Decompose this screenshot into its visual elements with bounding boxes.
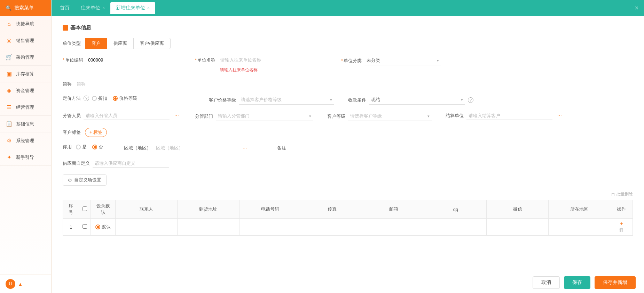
unit-type-both[interactable]: 客户/供应离 bbox=[133, 38, 171, 49]
guide-icon: ✦ bbox=[6, 154, 13, 161]
system-icon: ⚙ bbox=[6, 137, 13, 144]
finance-icon: ◈ bbox=[6, 87, 13, 94]
sidebar-item-quick-nav[interactable]: ⌂ 快捷导航 bbox=[0, 16, 51, 32]
supplier-custom-input[interactable] bbox=[93, 159, 169, 168]
sidebar-item-system[interactable]: ⚙ 系统管理 bbox=[0, 132, 51, 149]
sidebar-item-guide[interactable]: ✦ 新手引导 bbox=[0, 149, 51, 166]
tab-new-partner[interactable]: 新增往来单位 × bbox=[110, 2, 155, 14]
sidebar-item-sales[interactable]: ◎ 销售管理 bbox=[0, 32, 51, 49]
unit-code-input[interactable] bbox=[86, 56, 149, 64]
disabled-no-option[interactable]: 否 bbox=[92, 144, 103, 150]
payment-terms-value: 现结 bbox=[371, 97, 460, 103]
settlement-more-button[interactable]: ··· bbox=[555, 112, 564, 120]
tab-partners-close[interactable]: × bbox=[102, 6, 105, 10]
manager-more-button[interactable]: ··· bbox=[172, 112, 181, 120]
row-address[interactable] bbox=[178, 219, 239, 236]
chevron-down-icon2: ▾ bbox=[330, 98, 332, 102]
region-input[interactable] bbox=[154, 144, 238, 152]
email-input[interactable] bbox=[367, 225, 421, 230]
region-row-input[interactable] bbox=[552, 225, 607, 230]
customer-level-select[interactable]: 请选择客户等级 ▾ bbox=[348, 112, 432, 121]
sidebar-bottom: U ▲ bbox=[0, 275, 51, 293]
region-more-button[interactable]: ··· bbox=[241, 144, 249, 152]
row-checkbox[interactable] bbox=[79, 219, 91, 236]
select-all-checkbox[interactable] bbox=[83, 206, 87, 211]
home-icon: ⌂ bbox=[6, 21, 13, 27]
add-tag-button[interactable]: + 标签 bbox=[85, 128, 107, 137]
disabled-yes-option[interactable]: 是 bbox=[76, 144, 87, 150]
unit-type-supplier[interactable]: 供应离 bbox=[107, 38, 133, 49]
row-qq[interactable] bbox=[425, 219, 487, 236]
save-new-button[interactable]: 保存并新增 bbox=[595, 276, 636, 289]
short-name-row: 简称 bbox=[63, 80, 633, 88]
wechat-input[interactable] bbox=[490, 225, 545, 230]
short-name-label: 简称 bbox=[63, 81, 72, 87]
tab-partners[interactable]: 往来单位 × bbox=[75, 2, 110, 14]
payment-help-icon[interactable]: ? bbox=[468, 97, 473, 103]
row-email[interactable] bbox=[363, 219, 425, 236]
customer-level-placeholder: 请选择客户等级 bbox=[350, 113, 426, 119]
unit-name-input[interactable] bbox=[218, 56, 320, 64]
no-radio[interactable] bbox=[92, 145, 97, 149]
content-area: 基本信息 单位类型 客户 供应离 客户/供应离 *单位编码 bbox=[52, 16, 644, 272]
chevron-down-icon3: ▾ bbox=[461, 98, 463, 102]
discount-radio[interactable] bbox=[92, 96, 97, 101]
default-radio[interactable] bbox=[95, 225, 100, 229]
sidebar-item-purchase[interactable]: 🛒 采购管理 bbox=[0, 49, 51, 66]
batch-delete-button[interactable]: ◻ 批量删除 bbox=[611, 191, 633, 197]
row-contact[interactable] bbox=[116, 219, 178, 236]
row-region[interactable] bbox=[548, 219, 610, 236]
short-name-input[interactable] bbox=[74, 80, 151, 88]
window-close-button[interactable]: × bbox=[632, 3, 641, 13]
search-icon: 🔍 bbox=[6, 5, 11, 11]
tab-new-partner-close[interactable]: × bbox=[147, 6, 150, 10]
remarks-input[interactable] bbox=[289, 144, 633, 152]
pricing-help-icon[interactable]: ? bbox=[84, 96, 89, 101]
sidebar-item-inventory[interactable]: ▣ 库存核算 bbox=[0, 66, 51, 82]
custom-settings-area: ⚙ 自定义项设置 bbox=[63, 174, 633, 186]
price-level-radio[interactable] bbox=[113, 96, 118, 101]
table-actions: ◻ 批量删除 bbox=[63, 191, 633, 197]
address-input[interactable] bbox=[181, 225, 236, 230]
pricing-discount-option[interactable]: 折扣 bbox=[92, 95, 107, 101]
row-wechat[interactable] bbox=[487, 219, 549, 236]
col-phone: 电话号码 bbox=[239, 200, 301, 219]
unit-info-row: *单位编码 *单位名称 请输入往来单位名称 bbox=[63, 56, 633, 73]
yes-radio[interactable] bbox=[76, 145, 81, 149]
row-delete-button[interactable]: 🗑 bbox=[617, 227, 626, 233]
unit-type-customer[interactable]: 客户 bbox=[85, 38, 107, 49]
contact-input[interactable] bbox=[119, 225, 174, 230]
customer-tag-label: 客户标签 bbox=[63, 129, 81, 136]
sidebar-item-label: 销售管理 bbox=[16, 38, 34, 44]
qq-input[interactable] bbox=[429, 225, 483, 230]
sidebar-item-finance[interactable]: ◈ 资金管理 bbox=[0, 82, 51, 99]
payment-terms-select[interactable]: 现结 ▾ bbox=[369, 95, 465, 105]
col-checkbox[interactable] bbox=[79, 200, 91, 219]
sidebar-item-operations[interactable]: ☰ 经营管理 bbox=[0, 99, 51, 116]
col-region: 所在地区 bbox=[548, 200, 610, 219]
customer-price-select[interactable]: 请选择客户价格等级 ▾ bbox=[239, 95, 334, 105]
row-fax[interactable] bbox=[301, 219, 363, 236]
phone-input[interactable] bbox=[243, 225, 298, 230]
cancel-button[interactable]: 取消 bbox=[533, 276, 560, 289]
unit-name-error: 请输入往来单位名称 bbox=[220, 67, 258, 72]
row-phone[interactable] bbox=[239, 219, 301, 236]
custom-settings-button[interactable]: ⚙ 自定义项设置 bbox=[63, 174, 107, 186]
manager-input[interactable] bbox=[84, 112, 170, 120]
pricing-level-option[interactable]: 价格等级 bbox=[113, 95, 137, 101]
row-add-button[interactable]: + bbox=[619, 221, 625, 227]
tab-home[interactable]: 首页 bbox=[54, 2, 75, 14]
batch-delete-icon: ◻ bbox=[611, 192, 615, 197]
fax-input[interactable] bbox=[305, 225, 359, 230]
region-label: 区域（地区） bbox=[124, 145, 151, 151]
sidebar-item-basic-info[interactable]: 📋 基础信息 bbox=[0, 116, 51, 132]
unit-category-select[interactable]: 未分类 ▾ bbox=[364, 56, 441, 65]
col-address: 到货地址 bbox=[178, 200, 239, 219]
department-select[interactable]: 请输入分管部门 ▾ bbox=[216, 112, 313, 121]
settlement-unit-input[interactable] bbox=[466, 112, 552, 120]
col-wechat: 微信 bbox=[487, 200, 549, 219]
sidebar-search[interactable]: 🔍 搜索菜单 bbox=[0, 0, 51, 16]
avatar: U bbox=[6, 279, 15, 289]
save-button[interactable]: 保存 bbox=[564, 276, 590, 289]
row-select-checkbox[interactable] bbox=[83, 224, 87, 229]
